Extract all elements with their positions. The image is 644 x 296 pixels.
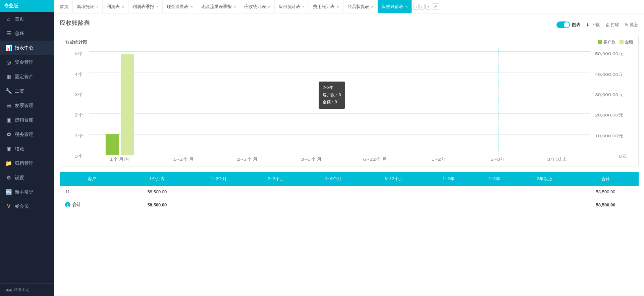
legend-amount-dot bbox=[620, 40, 624, 44]
sidebar-item-label: 固定资产 bbox=[15, 74, 34, 80]
tab-ar-aging-label: 应收账龄表 bbox=[382, 4, 404, 10]
tab-biz-status[interactable]: 经营状况表 × bbox=[343, 0, 378, 13]
svg-text:2~3年: 2~3年 bbox=[490, 157, 506, 161]
unpin-icon: ◀◀ bbox=[5, 288, 11, 292]
table-footer-row: ∑ 合计 58,500.00 58,500.00 bbox=[60, 198, 639, 211]
legend-customer-count: 客户数 bbox=[598, 39, 615, 45]
sidebar-item-settings[interactable]: ⚙ 设置 bbox=[0, 170, 54, 185]
tab-cashflow-label: 现金流量表 bbox=[167, 4, 189, 10]
tab-ap-stat[interactable]: 应付统计表 × bbox=[275, 0, 309, 13]
refresh-icon: ↻ bbox=[625, 22, 629, 28]
main-content: 首页 新增凭证 × 利润表 × 利润表季报 × 现金流量表 × 现金流量表季报 … bbox=[54, 0, 644, 296]
data-table: 客户 1个月内 1~2个月 2~3个月 3~6个月 6~12个月 1~2年 2~… bbox=[60, 172, 639, 211]
tab-voucher[interactable]: 新增凭证 × bbox=[73, 0, 103, 13]
print-button[interactable]: 🖨 打印 bbox=[605, 22, 620, 28]
svg-text:50,000.00元: 50,000.00元 bbox=[595, 52, 624, 56]
salary-icon: 🔧 bbox=[5, 88, 12, 94]
reports-icon: 📊 bbox=[5, 45, 12, 51]
header-actions: 图表 ⬇ 下载 🖨 打印 ↻ 刷新 bbox=[556, 21, 639, 28]
tab-ar-stat-close[interactable]: × bbox=[268, 5, 270, 9]
sidebar-item-guide[interactable]: 🆕 新手引导 bbox=[0, 185, 54, 199]
tab-ar-stat[interactable]: 应收统计表 × bbox=[240, 0, 274, 13]
svg-text:3~6个月: 3~6个月 bbox=[301, 157, 322, 161]
legend-amount: 金额 bbox=[620, 39, 633, 45]
download-button[interactable]: ⬇ 下载 bbox=[586, 22, 600, 28]
tab-cashflow-quarter-close[interactable]: × bbox=[234, 5, 236, 9]
svg-text:1个月内: 1个月内 bbox=[110, 157, 130, 161]
cell-month3 bbox=[247, 186, 305, 198]
tab-ap-stat-close[interactable]: × bbox=[303, 5, 305, 9]
table-header-row: 客户 1个月内 1~2个月 2~3个月 3~6个月 6~12个月 1~2年 2~… bbox=[60, 172, 639, 186]
tab-next-button[interactable]: › bbox=[419, 4, 425, 10]
tab-expense-stat-close[interactable]: × bbox=[337, 5, 339, 9]
assets-icon: ▦ bbox=[5, 73, 12, 80]
sidebar-item-label: 首页 bbox=[15, 16, 24, 22]
sidebar-item-vip[interactable]: V 畅会员 bbox=[0, 199, 54, 213]
sidebar-item-ledger[interactable]: ☰ 总账 bbox=[0, 26, 54, 41]
cell-year2 bbox=[426, 186, 471, 198]
col-month1: 1个月内 bbox=[124, 172, 190, 186]
cell-customer: 11 bbox=[60, 186, 124, 198]
tab-expense-stat[interactable]: 费用统计表 × bbox=[309, 0, 343, 13]
sidebar-item-tax[interactable]: ✿ 税务管理 bbox=[0, 127, 54, 142]
tab-biz-status-close[interactable]: × bbox=[371, 5, 373, 9]
sidebar-item-label: 报表中心 bbox=[15, 45, 34, 51]
sidebar-item-label: 资金管理 bbox=[15, 59, 34, 65]
chart-container: 账龄统计图 客户数 金额 0个 1个 2个 3个 bbox=[60, 35, 639, 166]
col-year-more: 3年以上 bbox=[517, 172, 573, 186]
sidebar-item-invoice[interactable]: ▤ 发票管理 bbox=[0, 98, 54, 113]
page-content: 应收账龄表 图表 ⬇ 下载 🖨 打印 ↻ 刷新 bbox=[54, 13, 644, 296]
footer-total: 58,500.00 bbox=[573, 198, 639, 211]
sidebar-item-assets[interactable]: ▦ 固定资产 bbox=[0, 69, 54, 84]
archive-icon: 📁 bbox=[5, 160, 12, 166]
col-year3: 2~3年 bbox=[471, 172, 517, 186]
home-icon: ⌂ bbox=[5, 16, 12, 22]
page-title: 应收账龄表 bbox=[60, 19, 90, 27]
svg-text:0元: 0元 bbox=[619, 154, 627, 159]
tab-profit-quarter-close[interactable]: × bbox=[156, 5, 158, 9]
tab-voucher-close[interactable]: × bbox=[96, 5, 98, 9]
sidebar-item-home[interactable]: ⌂ 首页 bbox=[0, 12, 54, 26]
tab-home[interactable]: 首页 bbox=[56, 0, 73, 13]
tab-profit-close[interactable]: × bbox=[122, 5, 124, 9]
refresh-button[interactable]: ↻ 刷新 bbox=[625, 22, 639, 28]
col-customer: 客户 bbox=[60, 172, 124, 186]
legend-customer-dot bbox=[598, 40, 602, 44]
print-icon: 🖨 bbox=[605, 22, 609, 28]
tab-cashflow-quarter[interactable]: 现金流量表季报 × bbox=[197, 0, 240, 13]
unpin-button[interactable]: ◀◀ 取消固定 bbox=[0, 283, 54, 296]
tab-profit[interactable]: 利润表 × bbox=[103, 0, 128, 13]
svg-text:6~12个月: 6~12个月 bbox=[363, 157, 387, 161]
sidebar-item-inventory[interactable]: ▣ 进销台账 bbox=[0, 113, 54, 127]
chart-legend: 客户数 金额 bbox=[598, 39, 633, 45]
sidebar-item-reports[interactable]: 📊 报表中心 bbox=[0, 41, 54, 55]
tab-nav-controls: ‹ › × ⤢ bbox=[412, 3, 440, 10]
chart-toggle[interactable] bbox=[556, 21, 570, 28]
sidebar-item-label: 进销台账 bbox=[15, 117, 34, 123]
sidebar-item-closing[interactable]: ▣ 结账 bbox=[0, 142, 54, 156]
tab-expand-button[interactable]: ⤢ bbox=[432, 3, 439, 10]
col-month2: 1~2个月 bbox=[190, 172, 248, 186]
sidebar-item-funds[interactable]: ◎ 资金管理 bbox=[0, 55, 54, 69]
tab-cashflow-close[interactable]: × bbox=[191, 5, 193, 9]
tab-voucher-label: 新增凭证 bbox=[77, 4, 94, 10]
total-row-label: ∑ 合计 bbox=[65, 202, 121, 208]
tab-prev-button[interactable]: ‹ bbox=[413, 4, 419, 10]
tab-profit-quarter[interactable]: 利润表季报 × bbox=[128, 0, 163, 13]
tab-ar-aging-close[interactable]: × bbox=[406, 5, 408, 9]
sidebar-item-salary[interactable]: 🔧 工资 bbox=[0, 84, 54, 98]
tab-cashflow[interactable]: 现金流量表 × bbox=[163, 0, 197, 13]
svg-text:3个: 3个 bbox=[74, 92, 83, 97]
tab-profit-label: 利润表 bbox=[107, 4, 120, 10]
sidebar-item-archive[interactable]: 📁 归档管理 bbox=[0, 156, 54, 170]
sidebar-item-label: 发票管理 bbox=[15, 103, 34, 109]
download-icon: ⬇ bbox=[586, 22, 590, 28]
tax-icon: ✿ bbox=[5, 131, 12, 138]
sidebar-item-label: 畅会员 bbox=[15, 203, 29, 209]
col-total: 合计 bbox=[573, 172, 639, 186]
footer-year3 bbox=[471, 198, 517, 211]
legend-customer-label: 客户数 bbox=[603, 39, 615, 45]
sidebar: 专业版 ⌂ 首页 ☰ 总账 📊 报表中心 ◎ 资金管理 ▦ 固定资产 🔧 工资 … bbox=[0, 0, 54, 296]
tab-close-all-button[interactable]: × bbox=[425, 4, 431, 10]
tab-ar-aging[interactable]: 应收账龄表 × bbox=[378, 0, 412, 13]
